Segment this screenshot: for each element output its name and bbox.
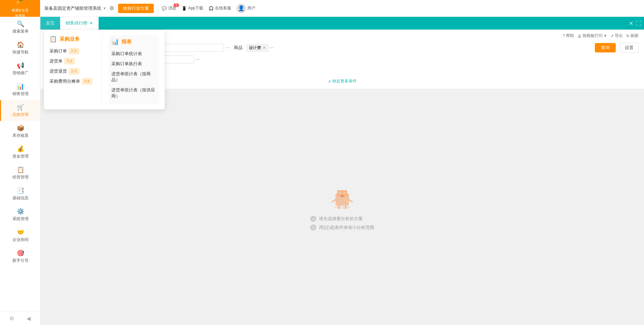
- product-tag-close[interactable]: ✕: [262, 45, 266, 50]
- expand-window-icon[interactable]: ⛶: [636, 20, 641, 26]
- settings-bottom-icon[interactable]: ⚙: [9, 315, 14, 322]
- dropdown-item-label: 采购订单执行表: [111, 61, 142, 67]
- dropdown-item-purchase-return[interactable]: 进货退货 历史: [49, 66, 95, 76]
- export-link[interactable]: ↗ 导出: [610, 33, 623, 39]
- dropdown-item-purchase-cost[interactable]: 采购费用分摊单 历史: [49, 76, 95, 86]
- guide-icon: 🎯: [17, 249, 24, 257]
- sidebar-item-guide[interactable]: 🎯 新手引导: [0, 246, 40, 267]
- message-icon: 💬: [162, 6, 167, 11]
- main-body: 1 请先选择要分析的方案 2 用[过滤]条件来缩小分析范围: [40, 89, 644, 325]
- dropdown-item-order-stats[interactable]: 采购订单统计表: [111, 49, 157, 59]
- tab-close-icon[interactable]: ✕: [90, 21, 93, 26]
- industry-solution-button[interactable]: 体验行业方案: [118, 4, 154, 13]
- settings-button[interactable]: 设置: [620, 43, 639, 53]
- svg-line-8: [332, 200, 335, 202]
- product-more-icon[interactable]: ⋯: [270, 45, 274, 50]
- sidebar-item-system[interactable]: ⚙️ 系统管理: [0, 204, 40, 225]
- query-button[interactable]: 查询: [595, 43, 616, 52]
- dropdown-item-label: 进货单: [49, 58, 63, 64]
- sidebar-item-finance[interactable]: 💰 资金管理: [0, 142, 40, 163]
- app-download-label: App下载: [188, 5, 203, 11]
- sidebar-item-search[interactable]: 🔍 搜索菜单: [0, 17, 40, 38]
- dropdown-item-purchase-in[interactable]: 进货单 历史: [49, 56, 95, 66]
- help-label: 帮助: [566, 33, 574, 39]
- dropdown-item-in-stats-supplier[interactable]: 进货单统计表（按供应商）: [111, 85, 157, 101]
- bill-status-input[interactable]: [163, 44, 224, 52]
- search-icon: 🔍: [17, 20, 24, 28]
- headset-icon: 🎧: [209, 6, 214, 11]
- hint-num-1: 1: [310, 216, 316, 222]
- tab-sales-rank-label: 销售排行榜: [66, 20, 87, 26]
- mobile-icon: 📱: [182, 6, 187, 11]
- online-service-item[interactable]: 🎧 在线客服: [209, 5, 231, 11]
- purchase-col-title: 采购业务: [60, 36, 80, 42]
- sidebar-item-inventory[interactable]: 📦 库存核算: [0, 121, 40, 142]
- empty-hint: 1 请先选择要分析的方案 2 用[过滤]条件来缩小分析范围: [310, 216, 374, 231]
- dropdown-item-label: 进货单统计表（按商品）: [111, 71, 157, 83]
- system-name: 装备及固定资产辅助管理系统: [44, 5, 101, 11]
- sidebar-item-operation[interactable]: 📋 经营管理: [0, 163, 40, 184]
- sidebar-bottom: ⚙ ◀: [0, 312, 40, 325]
- gear-icon[interactable]: ⚙: [109, 5, 114, 11]
- close-window-icon[interactable]: ✕: [629, 20, 633, 27]
- system-selector[interactable]: 装备及固定资产辅助管理系统 ▼: [44, 5, 107, 11]
- topbar-right: 💬 消息 9 📱 App下载 🎧 在线客服 👤 用户: [162, 4, 255, 13]
- print-icon: 🖨: [577, 34, 581, 38]
- tab-home-label: 首页: [46, 20, 55, 26]
- dropdown-item-order-exec[interactable]: 采购订单执行表: [111, 59, 157, 69]
- report-col-icon: 📊: [111, 38, 119, 45]
- help-icon: ?: [563, 34, 565, 38]
- sidebar-item-search-label: 搜索菜单: [12, 29, 29, 34]
- hint-text-1: 请先选择要分析的方案: [319, 216, 363, 222]
- help-link[interactable]: ? 帮助: [563, 33, 574, 39]
- sidebar-item-operation-label: 经营管理: [12, 174, 29, 180]
- print-dropdown-icon: ▼: [604, 34, 607, 38]
- hist-badge-purchase-return: 历史: [69, 68, 79, 74]
- sidebar-item-marketing[interactable]: 📢 营销推广: [0, 58, 40, 79]
- report-col: 📊 报表 采购订单统计表 采购订单执行表 进货单统计表（按商品） 进货单统计表（…: [109, 35, 159, 104]
- refresh-icon: ↻: [626, 34, 630, 38]
- print-link[interactable]: 🖨 按模板打印 ▼: [577, 33, 607, 39]
- hint-text-2: 用[过滤]条件来缩小分析范围: [319, 225, 374, 231]
- dropdown-divider: [102, 35, 102, 104]
- sidebar-item-purchase[interactable]: 🛒 采购管理: [0, 100, 40, 121]
- tab-sales-rank[interactable]: 销售排行榜 ✕: [60, 17, 99, 30]
- sidebar-item-sales[interactable]: 📊 销售管理: [0, 79, 40, 100]
- sidebar-item-enterprise[interactable]: 🤝 企业协同: [0, 225, 40, 246]
- bill-status-more-icon[interactable]: ⋯: [225, 45, 230, 50]
- sidebar-item-quick-nav[interactable]: 🏠 快捷导航: [0, 38, 40, 58]
- home-icon: 🏠: [17, 41, 24, 48]
- refresh-label: 刷新: [631, 33, 639, 39]
- message-badge: 9: [174, 3, 179, 7]
- refresh-link[interactable]: ↻ 刷新: [626, 33, 639, 39]
- sidebar-item-basic-info[interactable]: 📑 基础信息: [0, 184, 40, 204]
- collapse-label: 收起更多条件: [332, 78, 357, 84]
- tab-home[interactable]: 首页: [40, 17, 60, 30]
- dropdown-item-in-stats-product[interactable]: 进货单统计表（按商品）: [111, 69, 157, 85]
- product-label: 商品: [234, 45, 243, 51]
- dropdown-item-label: 采购费用分摊单: [49, 78, 80, 84]
- dropdown-item-label: 进货单统计表（按供应商）: [111, 87, 157, 99]
- avatar: 👤: [237, 4, 246, 13]
- dropdown-item-label: 采购订单统计表: [111, 51, 142, 57]
- sidebar-item-marketing-label: 营销推广: [12, 70, 29, 76]
- marketing-icon: 📢: [17, 62, 24, 69]
- hist-badge-purchase-in: 历史: [65, 58, 75, 64]
- purchase-dropdown-menu: 📋 采购业务 采购订单 历史 进货单 历史 进货退货 历史 采购费用分摊单 历史…: [44, 30, 165, 110]
- sidebar-item-purchase-label: 采购管理: [12, 112, 29, 118]
- message-item[interactable]: 💬 消息 9: [162, 5, 176, 11]
- export-label: 导出: [615, 33, 623, 39]
- online-service-label: 在线客服: [215, 5, 231, 11]
- purchase-col-icon: 📋: [49, 35, 57, 43]
- user-item[interactable]: 👤 用户: [237, 4, 255, 13]
- report-col-header: 📊 报表: [111, 38, 157, 45]
- collapse-sidebar-icon[interactable]: ◀: [27, 315, 31, 322]
- dropdown-item-purchase-order[interactable]: 采购订单 历史: [49, 46, 95, 56]
- topbar: 装备及固定资产辅助管理系统 ▼ ⚙ 体验行业方案 💬 消息 9 📱 App下载 …: [40, 0, 644, 17]
- salesperson-more-icon[interactable]: ⋯: [195, 57, 200, 62]
- sidebar-item-finance-label: 资金管理: [12, 154, 29, 159]
- dropdown-item-label: 采购订单: [49, 48, 67, 54]
- inventory-icon: 📦: [17, 124, 24, 132]
- app-download-item[interactable]: 📱 App下载: [182, 5, 203, 11]
- sidebar-item-quick-nav-label: 快捷导航: [12, 49, 29, 55]
